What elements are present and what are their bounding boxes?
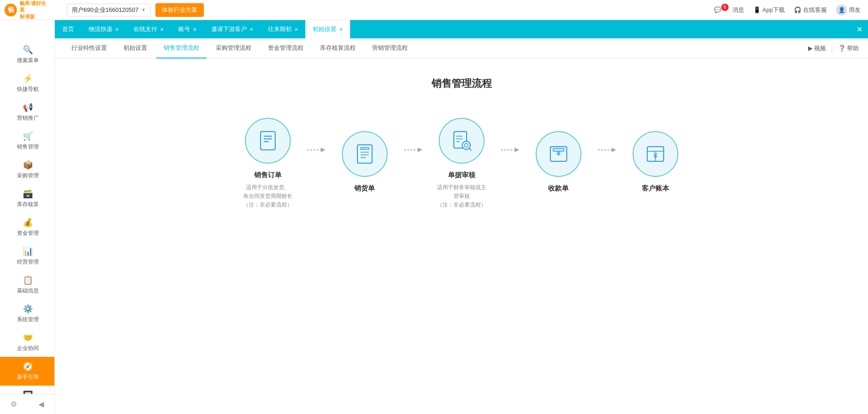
svg-marker-21	[515, 148, 519, 152]
logo-area: 畅 畅库·请好生意 标准版	[0, 0, 55, 20]
sub-tab-industry[interactable]: 行业特性设置	[64, 38, 114, 58]
nav-tab-home[interactable]: 首页	[55, 20, 81, 38]
sidebar-item-marketing[interactable]: 📢 营销推广	[0, 98, 54, 127]
logo-icon: 畅	[5, 4, 17, 16]
sub-tab-purchase-flow[interactable]: 采购管理流程	[208, 38, 259, 58]
sidebar-item-finance[interactable]: 💰 资金管理	[0, 213, 54, 242]
flow-step-sales-order: 销售订单 适用于分批发货、有合同发货周期较长（注：非必要流程）	[231, 118, 304, 210]
top-header: 用户690企业1660120507 ▼ 体验行业方案 💬 6 消息 📱 App下…	[0, 0, 868, 20]
svg-rect-7	[361, 148, 369, 149]
logo-text: 畅库·请好生意 标准版	[20, 0, 50, 20]
svg-point-14	[462, 141, 470, 149]
flow-step-review: 单据审核 适用于财务审核或主管审核（注：非必要流程）	[425, 118, 498, 210]
user-selector[interactable]: 用户690企业1660120507 ▼	[67, 4, 151, 16]
flow-area: 销售管理流程 销售订单 适用于分批发货、有合同发货周期较长（注：非必要流程）	[55, 58, 868, 228]
sidebar-item-inventory[interactable]: 🗃️ 库存核算	[0, 184, 54, 213]
finance-icon: 💰	[23, 218, 33, 228]
step-name-sales-order: 销售订单	[254, 171, 282, 180]
close-icon[interactable]: ✕	[294, 27, 298, 32]
flow-circle-receipt[interactable]: ¥	[536, 131, 581, 177]
sub-tab-marketing-flow[interactable]: 营销管理流程	[365, 38, 415, 58]
compass-icon: 🧭	[23, 361, 33, 372]
search-icon: 🔍	[23, 45, 33, 55]
close-icon[interactable]: ✕	[160, 27, 164, 32]
megaphone-icon: 📢	[23, 102, 33, 112]
message-icon: 💬	[714, 6, 721, 13]
trial-button[interactable]: 体验行业方案	[155, 3, 204, 17]
box-icon: 📦	[23, 160, 33, 170]
close-icon[interactable]: ✕	[250, 27, 253, 32]
sub-tab-initial[interactable]: 初始设置	[116, 38, 154, 58]
user-avatar-button[interactable]: 👤 用友	[836, 5, 861, 16]
app-download-button[interactable]: 📱 App下载	[753, 6, 785, 14]
sidebar-nav: 🔍 搜索菜单 ⚡ 快捷导航 📢 营销推广 🛒 销售管理 📦 采购管理 🗃️ 库存…	[0, 20, 54, 394]
step-name-slip: 销货单	[354, 184, 375, 193]
svg-marker-12	[418, 148, 422, 152]
step-name-receipt: 收款单	[548, 184, 569, 193]
svg-rect-24	[553, 149, 564, 151]
apps-icon: 🔲	[23, 390, 33, 394]
svg-rect-0	[261, 132, 275, 150]
sidebar-item-system[interactable]: ⚙️ 系统管理	[0, 299, 54, 328]
chart-icon: 📊	[23, 246, 33, 256]
gear-icon: ⚙️	[23, 304, 33, 314]
avatar-icon: 👤	[836, 5, 847, 16]
play-icon: ▶	[808, 45, 813, 52]
flow-step-receipt: ¥ 收款单	[522, 131, 595, 196]
video-link[interactable]: ▶ 视频	[808, 44, 826, 53]
flow-step-slip: 销货单	[328, 131, 401, 196]
nav-tab-period[interactable]: 往来期初 ✕	[261, 20, 305, 38]
sidebar-item-guide[interactable]: 🧭 新手引导	[0, 357, 54, 386]
sidebar-item-basic[interactable]: 📋 基础信息	[0, 271, 54, 299]
sidebar-item-apps[interactable]: 🔲 应用中心	[0, 386, 54, 394]
sidebar: 🔍 搜索菜单 ⚡ 快捷导航 📢 营销推广 🛒 销售管理 📦 采购管理 🗃️ 库存…	[0, 20, 55, 414]
sidebar-item-collab[interactable]: 🤝 企业协同	[0, 328, 54, 357]
nav-tab-setup[interactable]: 初始设置 ✕	[305, 20, 350, 38]
flow-arrow-4	[598, 145, 616, 182]
sub-tab-finance-flow[interactable]: 资金管理流程	[261, 38, 311, 58]
sub-tab-sales-flow[interactable]: 销售管理流程	[156, 38, 207, 58]
message-button[interactable]: 💬 6 消息	[714, 6, 744, 14]
settings-bottom-icon[interactable]: ⚙	[7, 398, 21, 410]
cart-icon: 🛒	[23, 131, 33, 141]
message-badge: 6	[721, 4, 729, 11]
handshake-icon: 🤝	[23, 333, 33, 343]
sub-tab-inventory-flow[interactable]: 库存核算流程	[313, 38, 363, 58]
svg-line-16	[469, 149, 471, 150]
sidebar-bottom: ⚙ ◀	[0, 394, 54, 414]
nav-tab-payment[interactable]: 在线支付 ✕	[126, 20, 171, 38]
nav-tab-logistics[interactable]: 物流快递 ✕	[81, 20, 126, 38]
step-desc-review: 适用于财务审核或主管审核（注：非必要流程）	[437, 183, 486, 210]
online-service-button[interactable]: 🎧 在线客服	[794, 6, 827, 14]
chevron-down-icon: ▼	[141, 7, 146, 12]
download-icon: 📱	[753, 6, 761, 13]
close-all-button[interactable]: ✕	[851, 25, 868, 34]
flow-step-ledger: ¥ 客户账本	[619, 131, 692, 196]
close-icon[interactable]: ✕	[193, 27, 197, 32]
help-link[interactable]: ❓ 帮助	[838, 44, 859, 53]
sub-tabs: 行业特性设置 初始设置 销售管理流程 采购管理流程 资金管理流程 库存核算流程 …	[55, 38, 868, 58]
flow-circle-review[interactable]	[439, 118, 485, 164]
collapse-icon[interactable]: ◀	[35, 398, 48, 410]
help-icon: ❓	[838, 45, 846, 52]
flow-arrow-1	[307, 145, 325, 182]
sidebar-item-quick[interactable]: ⚡ 快捷导航	[0, 69, 54, 98]
sidebar-item-search[interactable]: 🔍 搜索菜单	[0, 40, 54, 69]
nav-tab-invite[interactable]: 邀请下游客户 ✕	[204, 20, 261, 38]
sidebar-item-sales[interactable]: 🛒 销售管理	[0, 127, 54, 155]
headset-icon: 🎧	[794, 6, 801, 13]
close-icon[interactable]: ✕	[115, 27, 119, 32]
flow-circle-ledger[interactable]: ¥	[633, 131, 678, 177]
close-icon[interactable]: ✕	[339, 27, 343, 32]
nav-tabs: 首页 物流快递 ✕ 在线支付 ✕ 账号 ✕ 邀请下游客户 ✕ 往来期初 ✕ 初始…	[55, 20, 868, 38]
sidebar-item-purchase[interactable]: 📦 采购管理	[0, 155, 54, 184]
flow-circle-slip[interactable]	[342, 131, 388, 177]
sidebar-item-operation[interactable]: 📊 经营管理	[0, 242, 54, 271]
main-content: 行业特性设置 初始设置 销售管理流程 采购管理流程 资金管理流程 库存核算流程 …	[55, 38, 868, 414]
inventory-icon: 🗃️	[23, 189, 33, 199]
sub-tab-actions: ▶ 视频 | ❓ 帮助	[808, 44, 859, 53]
nav-tab-account[interactable]: 账号 ✕	[171, 20, 204, 38]
flow-circle-sales-order[interactable]	[245, 118, 291, 164]
step-name-review: 单据审核	[448, 171, 475, 180]
flow-arrow-3	[501, 145, 519, 182]
